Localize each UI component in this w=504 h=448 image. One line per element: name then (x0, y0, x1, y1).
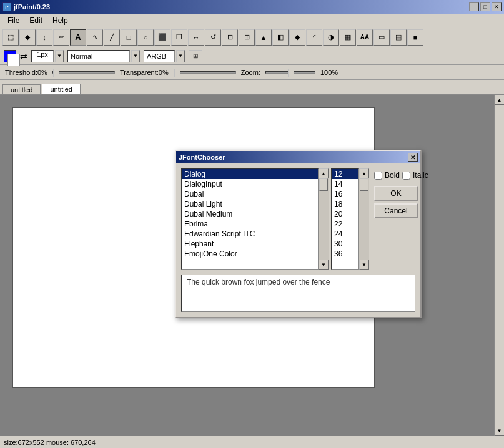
font-item-elephant[interactable]: Elephant (182, 239, 318, 249)
font-item-dialoginput[interactable]: DialogInput (182, 179, 318, 189)
font-chooser-dialog: JFontChooser ✕ Dialog DialogInput Dubai … (175, 150, 422, 318)
font-list-scrollbar: ▲ ▼ (319, 168, 329, 270)
size-list[interactable]: 12 14 16 18 20 22 24 30 36 (332, 169, 358, 269)
font-scroll-thumb[interactable] (319, 178, 328, 191)
size-item-14[interactable]: 14 (332, 179, 358, 189)
font-scroll-up[interactable]: ▲ (319, 168, 329, 178)
font-item-dubai[interactable]: Dubai (182, 189, 318, 199)
font-scroll-track[interactable] (319, 178, 329, 260)
size-item-12[interactable]: 12 (332, 169, 358, 179)
dialog-title: JFontChooser (179, 153, 225, 161)
font-item-dubai-medium[interactable]: Dubai Medium (182, 209, 318, 219)
size-item-18[interactable]: 18 (332, 199, 358, 209)
cancel-button[interactable]: Cancel (374, 203, 418, 218)
font-item-emojione[interactable]: EmojiOne Color (182, 249, 318, 259)
size-list-section: 12 14 16 18 20 22 24 30 36 (331, 168, 369, 270)
size-list-with-scroll: 12 14 16 18 20 22 24 30 36 (331, 168, 369, 270)
bold-row: Bold Italic (374, 171, 428, 180)
font-list-section: Dialog DialogInput Dubai Dubai Light Dub… (181, 168, 329, 270)
dialog-main-row: Dialog DialogInput Dubai Dubai Light Dub… (181, 168, 415, 270)
size-scroll-track[interactable] (359, 178, 369, 260)
italic-checkbox[interactable] (402, 172, 410, 180)
size-list-scrollbar: ▲ ▼ (359, 168, 369, 270)
size-scroll-thumb[interactable] (360, 178, 368, 191)
size-list-container: 12 14 16 18 20 22 24 30 36 (331, 168, 359, 270)
font-item-dubai-light[interactable]: Dubai Light (182, 199, 318, 209)
bold-checkbox[interactable] (374, 172, 382, 180)
dialog-close-button[interactable]: ✕ (408, 153, 418, 162)
dialog-buttons: OK Cancel (374, 186, 428, 218)
preview-text: The quick brown fox jumped over the fenc… (187, 278, 330, 286)
size-item-24[interactable]: 24 (332, 229, 358, 239)
size-item-20[interactable]: 20 (332, 209, 358, 219)
size-scroll-down[interactable]: ▼ (359, 260, 369, 270)
size-item-30[interactable]: 30 (332, 239, 358, 249)
ok-button[interactable]: OK (374, 186, 418, 201)
dialog-titlebar: JFontChooser ✕ (176, 151, 420, 163)
font-list[interactable]: Dialog DialogInput Dubai Dubai Light Dub… (182, 169, 318, 269)
font-scroll-down[interactable]: ▼ (319, 260, 329, 270)
style-section: Bold Italic OK Cancel (372, 168, 431, 270)
font-list-container: Dialog DialogInput Dubai Dubai Light Dub… (181, 168, 319, 270)
dialog-body: Dialog DialogInput Dubai Dubai Light Dub… (176, 163, 420, 317)
font-item-ebrima[interactable]: Ebrima (182, 219, 318, 229)
size-item-22[interactable]: 22 (332, 219, 358, 229)
bold-label[interactable]: Bold (385, 171, 400, 180)
font-item-edwardian[interactable]: Edwardian Script ITC (182, 229, 318, 239)
italic-label[interactable]: Italic (413, 171, 428, 180)
font-item-dialog[interactable]: Dialog (182, 169, 318, 179)
font-list-with-scroll: Dialog DialogInput Dubai Dubai Light Dub… (181, 168, 329, 270)
size-item-16[interactable]: 16 (332, 189, 358, 199)
preview-box: The quick brown fox jumped over the fenc… (181, 275, 415, 312)
dialog-overlay: JFontChooser ✕ Dialog DialogInput Dubai … (0, 0, 504, 448)
size-scroll-up[interactable]: ▲ (359, 168, 369, 178)
size-item-36[interactable]: 36 (332, 249, 358, 259)
